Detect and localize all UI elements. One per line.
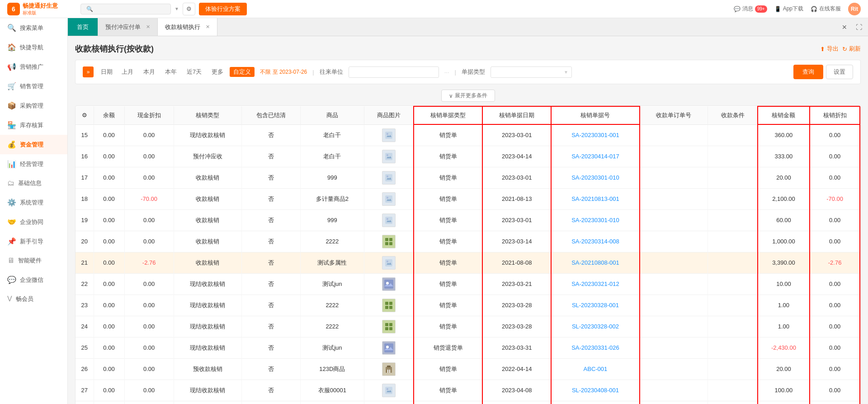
sidebar-item-finance[interactable]: 💰 资金管理 bbox=[0, 135, 67, 154]
gear-button[interactable]: ⚙ bbox=[183, 3, 195, 15]
gear-settings-icon[interactable]: ⚙ bbox=[82, 112, 87, 119]
cell-goods-img bbox=[364, 337, 414, 358]
tab-home[interactable]: 首页 bbox=[68, 18, 98, 36]
cell-cancel-bill-no[interactable]: SA-20230301-010 bbox=[551, 167, 639, 188]
from-unit-input[interactable] bbox=[349, 67, 439, 78]
date-custom[interactable]: 自定义 bbox=[230, 67, 255, 77]
export-button[interactable]: ⬆ 导出 bbox=[820, 45, 839, 53]
date-this-month[interactable]: 本月 bbox=[140, 67, 159, 77]
cell-cancel-bill-no[interactable]: SA-20230414-017 bbox=[551, 146, 639, 167]
cell-receipt-condition bbox=[708, 188, 758, 209]
cell-goods: 老白干 bbox=[300, 124, 364, 146]
cell-cancel-bill-no[interactable]: SA-20230321-012 bbox=[551, 273, 639, 295]
tab-prepay[interactable]: 预付冲应付单 ✕ bbox=[98, 18, 158, 36]
tab-close-btn[interactable]: ✕ bbox=[839, 22, 850, 33]
cell-cancel-bill-no[interactable]: SA-20230301-010 bbox=[551, 209, 639, 231]
cell-cancel-bill-no[interactable]: SL-20230408-001 bbox=[551, 380, 639, 401]
sidebar-item-marketing[interactable]: 📢 营销推广 bbox=[0, 57, 67, 76]
avatar[interactable]: Rit bbox=[848, 3, 861, 15]
cell-goods: 多计量商品2 bbox=[300, 188, 364, 209]
cell-include-settled: 否 bbox=[242, 273, 301, 295]
cell-cancel-amount: 333.00 bbox=[758, 146, 810, 167]
col-cancel-bill-no: 核销单据号 bbox=[551, 106, 639, 124]
cell-cancel-bill-type: 销货单 bbox=[414, 316, 482, 337]
sidebar-item-hardware[interactable]: 🖥 智能硬件 bbox=[0, 251, 67, 270]
sidebar-item-wechat[interactable]: 💬 企业微信 bbox=[0, 270, 67, 290]
sidebar-item-guide[interactable]: 📌 新手引导 bbox=[0, 232, 67, 251]
sidebar-item-nav[interactable]: 🏠 快捷导航 bbox=[0, 38, 67, 57]
brand: 6 畅捷通好生意 标准版 bbox=[7, 2, 75, 16]
sidebar-item-search[interactable]: 🔍 搜索菜单 bbox=[0, 18, 67, 38]
cell-cancel-bill-no[interactable]: SL-20230328-001 bbox=[551, 295, 639, 316]
tab-prepay-close-icon[interactable]: ✕ bbox=[146, 24, 150, 30]
cell-goods-img bbox=[364, 401, 414, 404]
cell-receipt-order-no bbox=[640, 337, 708, 358]
cell-include-settled: 否 bbox=[242, 188, 301, 209]
app-download-button[interactable]: 📱 App下载 bbox=[774, 5, 803, 13]
cell-cancel-bill-no[interactable]: SA-20210813-001 bbox=[551, 188, 639, 209]
cell-goods-img bbox=[364, 316, 414, 337]
search-box[interactable]: 🔍 bbox=[80, 4, 171, 14]
cell-cancel-bill-no[interactable]: SA-20230331-026 bbox=[551, 337, 639, 358]
online-service-label: 在线客服 bbox=[819, 5, 841, 13]
refresh-button[interactable]: ↻ 刷新 bbox=[842, 45, 861, 53]
cell-cancel-discount: 0.00 bbox=[810, 337, 860, 358]
sidebar-item-collab[interactable]: 🤝 企业协同 bbox=[0, 212, 67, 232]
cell-cancel-type: 预付冲应收 bbox=[174, 146, 241, 167]
page-actions: ⬆ 导出 ↻ 刷新 bbox=[820, 45, 861, 53]
cell-cancel-bill-no[interactable]: SL-20230418-001 bbox=[551, 401, 639, 404]
bill-type-input[interactable] bbox=[491, 67, 572, 78]
tab-cancel-close-icon[interactable]: ✕ bbox=[206, 24, 210, 30]
date-this-year[interactable]: 本年 bbox=[161, 67, 180, 77]
cell-cancel-bill-type: 销货单 bbox=[414, 209, 482, 231]
date-more[interactable]: 更多 bbox=[208, 67, 227, 77]
settings-button[interactable]: 设置 bbox=[826, 65, 853, 79]
cell-cancel-bill-no[interactable]: SA-20230301-001 bbox=[551, 124, 639, 146]
finance-icon: 💰 bbox=[7, 140, 16, 149]
dropdown-arrow-icon[interactable]: ▼ bbox=[175, 6, 179, 11]
cell-cancel-amount: 20.00 bbox=[758, 167, 810, 188]
online-service-button[interactable]: 🎧 在线客服 bbox=[811, 5, 841, 13]
goods-image bbox=[382, 299, 396, 312]
tab-expand-btn[interactable]: ⛶ bbox=[854, 22, 864, 33]
cell-no: 16 bbox=[75, 146, 94, 167]
filter-buttons: 查询 设置 bbox=[793, 65, 853, 79]
cell-cash-discount: -2.76 bbox=[124, 252, 174, 273]
industry-button[interactable]: 体验行业方案 bbox=[199, 3, 247, 15]
filter-expand-btn[interactable]: » bbox=[83, 67, 94, 77]
date-7days[interactable]: 近7天 bbox=[183, 67, 205, 77]
cell-cancel-bill-no[interactable]: ABC-001 bbox=[551, 358, 639, 380]
sidebar-item-system[interactable]: ⚙️ 系统管理 bbox=[0, 193, 67, 212]
sidebar-item-sales[interactable]: 🛒 销售管理 bbox=[0, 76, 67, 96]
tab-prepay-label: 预付冲应付单 bbox=[105, 23, 141, 31]
cell-cancel-bill-no[interactable]: SA-20210808-001 bbox=[551, 252, 639, 273]
cell-receipt-order-no bbox=[640, 252, 708, 273]
search-menu-icon: 🔍 bbox=[7, 24, 16, 32]
col-gear[interactable]: ⚙ bbox=[75, 106, 94, 124]
table-row: 180.00-70.00收款核销否多计量商品2销货单2021-08-13SA-2… bbox=[75, 188, 860, 209]
cell-balance: 0.00 bbox=[94, 188, 124, 209]
cell-goods-img bbox=[364, 188, 414, 209]
cell-receipt-condition bbox=[708, 316, 758, 337]
cell-cash-discount: 0.00 bbox=[124, 295, 174, 316]
goods-image bbox=[382, 256, 396, 270]
svg-rect-19 bbox=[389, 302, 392, 305]
sidebar-item-purchase[interactable]: 📦 采购管理 bbox=[0, 96, 67, 115]
sidebar-item-inventory[interactable]: 🏪 库存核算 bbox=[0, 115, 67, 135]
date-last-month[interactable]: 上月 bbox=[118, 67, 137, 77]
sidebar-item-basic[interactable]: 🗂 基础信息 bbox=[0, 174, 67, 193]
messages-button[interactable]: 💬 消息 99+ bbox=[734, 5, 767, 13]
cell-cancel-bill-no[interactable]: SA-20230314-008 bbox=[551, 231, 639, 252]
cell-cancel-bill-no[interactable]: SL-20230328-002 bbox=[551, 316, 639, 337]
cell-goods-img bbox=[364, 146, 414, 167]
sidebar-item-vip[interactable]: V 畅会员 bbox=[0, 290, 67, 309]
cell-goods: 2222 bbox=[300, 295, 364, 316]
expand-more-button[interactable]: ∨ 展开更多条件 bbox=[441, 90, 495, 102]
home-icon: 🏠 bbox=[7, 43, 16, 52]
cell-balance: 0.00 bbox=[94, 252, 124, 273]
tab-cancel[interactable]: 收款核销执行 ✕ bbox=[158, 18, 217, 36]
svg-rect-2 bbox=[385, 153, 392, 160]
sidebar-item-management[interactable]: 📊 经营管理 bbox=[0, 154, 67, 174]
query-button[interactable]: 查询 bbox=[793, 65, 823, 79]
cell-balance: 0.00 bbox=[94, 295, 124, 316]
